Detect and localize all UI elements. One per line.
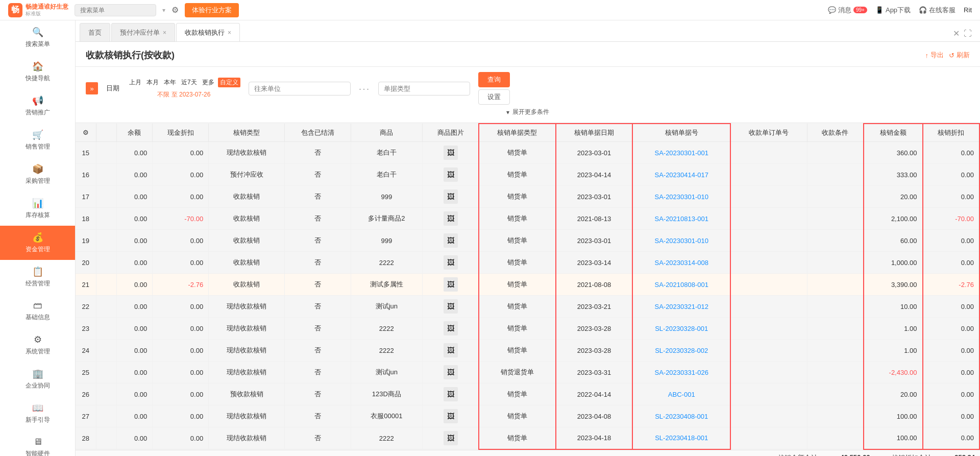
sidebar-item-fund[interactable]: 💰 资金管理 (0, 226, 75, 260)
voucher-no-link[interactable]: SA-20230314-008 (654, 259, 708, 267)
cell-goods-image: 🖼 (423, 164, 479, 186)
page-title: 收款核销执行(按收款) (86, 49, 175, 61)
main-content: 首页 预付冲应付单 × 收款核销执行 × ✕ ⛶ 收款核销执行(按收款) (76, 20, 980, 456)
export-btn[interactable]: ↑ 导出 (925, 51, 944, 60)
date-more[interactable]: 更多 (201, 78, 216, 87)
sidebar-item-corp[interactable]: 🏢 企业协同 (0, 362, 75, 396)
cell-balance: 0.00 (116, 274, 153, 296)
voucher-no-link[interactable]: SA-20230331-026 (654, 369, 708, 376)
date-custom[interactable]: 自定义 (218, 78, 240, 87)
voucher-no-link[interactable]: SA-20210813-001 (654, 215, 708, 223)
marketing-icon: 📢 (32, 95, 43, 106)
cell-balance: 0.00 (116, 318, 153, 340)
inventory-icon: 📊 (32, 198, 43, 209)
cell-voucher-type: 销货单 (479, 164, 556, 186)
voucher-no-link[interactable]: SL-20230328-001 (655, 325, 708, 332)
sidebar-item-quick-nav[interactable]: 🏠 快捷导航 (0, 55, 75, 89)
close-tab-btn[interactable]: ✕ (953, 29, 960, 38)
tab-prepay-close[interactable]: × (163, 29, 166, 36)
tab-receipt-close[interactable]: × (228, 29, 231, 36)
tab-home[interactable]: 首页 (80, 23, 110, 41)
date-last-month[interactable]: 上月 (128, 78, 143, 87)
refresh-btn[interactable]: ↺ 刷新 (949, 51, 970, 60)
filter-toggle-btn[interactable]: » (86, 82, 98, 94)
cell-seq-num: 24 (76, 340, 96, 362)
query-btn[interactable]: 查询 (478, 72, 510, 87)
voucher-no-link[interactable]: SA-20230301-010 (654, 237, 708, 245)
online-service-btn[interactable]: 🎧 在线客服 (919, 6, 955, 15)
cell-goods: 老白干 (351, 142, 422, 164)
sidebar-item-marketing[interactable]: 📢 营销推广 (0, 89, 75, 123)
voucher-no-link[interactable]: SL-20230328-002 (655, 347, 708, 354)
sidebar-item-search[interactable]: 🔍 搜索菜单 (0, 20, 75, 55)
sidebar-item-sales[interactable]: 🛒 销售管理 (0, 123, 75, 157)
sidebar-item-hardware[interactable]: 🖥 智能硬件 (0, 430, 75, 456)
notification-icon: 💬 (828, 6, 836, 14)
setting-btn[interactable]: 设置 (478, 89, 510, 105)
cell-goods-image: 🖼 (423, 383, 479, 405)
cell-seq-empty (96, 230, 116, 252)
table-row: 16 0.00 0.00 预付冲应收 否 老白干 🖼 销货单 2023-04-1… (76, 164, 979, 186)
gear-icon[interactable]: ⚙ (172, 5, 179, 15)
cell-voucher-date: 2023-03-28 (556, 340, 633, 362)
top-search-input[interactable] (75, 4, 156, 16)
app-download-btn[interactable]: 📱 App下载 (875, 6, 911, 15)
tab-bar: 首页 预付冲应付单 × 收款核销执行 × ✕ ⛶ (76, 20, 980, 42)
user-name[interactable]: Rit (964, 6, 972, 14)
cell-balance: 0.00 (116, 383, 153, 405)
voucher-no-link[interactable]: SA-20210808-001 (654, 281, 708, 289)
cell-receipt-order (730, 230, 807, 252)
voucher-no-link[interactable]: SA-20230301-001 (654, 149, 708, 157)
cell-cash-discount: 0.00 (153, 230, 209, 252)
col-gear[interactable]: ⚙ (76, 124, 96, 142)
cell-voucher-date: 2022-04-14 (556, 383, 633, 405)
logo-sub: 标准版 (26, 11, 68, 17)
expand-bar[interactable]: ▾ 展开更多条件 (86, 105, 970, 117)
cell-balance: 0.00 (116, 427, 153, 449)
sidebar-item-inventory[interactable]: 📊 库存核算 (0, 191, 75, 226)
sidebar-label-purchase: 采购管理 (26, 177, 50, 185)
cell-include-settled: 否 (285, 383, 351, 405)
cell-include-settled: 否 (285, 186, 351, 208)
cell-writeoff-amount: 2,100.00 (864, 208, 923, 230)
tab-receipt[interactable]: 收款核销执行 × (176, 23, 240, 41)
sidebar-item-ops[interactable]: 📋 经营管理 (0, 260, 75, 294)
date-7days[interactable]: 近7天 (180, 78, 199, 87)
expand-tab-btn[interactable]: ⛶ (964, 29, 972, 38)
cell-receipt-order (730, 318, 807, 340)
sidebar-item-guide[interactable]: 📖 新手引导 (0, 396, 75, 430)
sidebar-item-purchase[interactable]: 📦 采购管理 (0, 157, 75, 191)
tab-prepay[interactable]: 预付冲应付单 × (111, 23, 175, 41)
cell-voucher-date: 2023-03-01 (556, 230, 633, 252)
table-row: 15 0.00 0.00 现结收款核销 否 老白干 🖼 销货单 2023-03-… (76, 142, 979, 164)
cell-seq-num: 17 (76, 186, 96, 208)
voucher-no-link[interactable]: SL-20230408-001 (655, 413, 708, 420)
cell-writeoff-type: 现结收款核销 (209, 142, 285, 164)
voucher-no-link[interactable]: SL-20230418-001 (655, 434, 708, 442)
date-this-year[interactable]: 本年 (162, 78, 178, 87)
col-cash-discount: 现金折扣 (153, 124, 209, 142)
voucher-no-link[interactable]: SA-20230321-012 (654, 303, 708, 310)
cell-voucher-date: 2021-08-13 (556, 208, 633, 230)
cell-goods-image: 🖼 (423, 208, 479, 230)
voucher-no-link[interactable]: SA-20230414-017 (654, 171, 708, 179)
counterpart-input[interactable] (249, 82, 351, 95)
dropdown-arrow[interactable]: ▾ (162, 7, 165, 14)
sidebar-item-base[interactable]: 🗃 基础信息 (0, 294, 75, 328)
voucher-no-link[interactable]: ABC-001 (668, 391, 695, 398)
cell-seq-empty (96, 186, 116, 208)
cell-balance: 0.00 (116, 340, 153, 362)
cell-receipt-order (730, 208, 807, 230)
cell-writeoff-discount: 0.00 (923, 252, 980, 274)
cell-receipt-condition (807, 164, 864, 186)
filter-dots: ··· (359, 83, 371, 94)
notifications-btn[interactable]: 💬 消息 99+ (828, 6, 867, 15)
date-range: 不限 至 2023-07-26 (157, 90, 210, 99)
sidebar-item-system[interactable]: ⚙ 系统管理 (0, 328, 75, 362)
cell-include-settled: 否 (285, 318, 351, 340)
industry-btn[interactable]: 体验行业方案 (185, 3, 239, 17)
cell-voucher-no: SA-20230331-026 (632, 362, 730, 383)
voucher-no-link[interactable]: SA-20230301-010 (654, 193, 708, 201)
date-this-month[interactable]: 本月 (145, 78, 160, 87)
voucher-type-input[interactable] (378, 82, 470, 95)
